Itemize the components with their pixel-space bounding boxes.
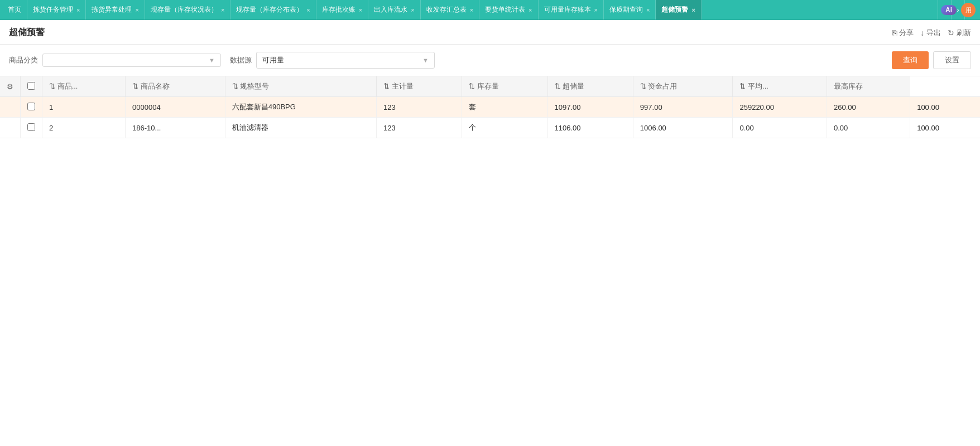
table-container: ⚙ ⇅ 商品... ⇅ 商品名称 ⇅ 规格型号 (0, 76, 980, 138)
col-header-overstock[interactable]: ⇅ 超储量 (547, 76, 633, 97)
category-select[interactable]: ▼ (42, 54, 221, 67)
col-header-product-name-text: 商品名称 (141, 82, 170, 90)
nav-tab-task-mgmt[interactable]: 拣货任务管理 × (27, 0, 86, 20)
row-product-name: 六配套新昌490BPG (225, 97, 376, 118)
table-header-row: ⚙ ⇅ 商品... ⇅ 商品名称 ⇅ 规格型号 (0, 76, 980, 97)
nav-tab-abnormal-close[interactable]: × (135, 7, 138, 13)
query-button[interactable]: 查询 (892, 51, 929, 69)
share-button[interactable]: ⎘ 分享 (892, 28, 914, 38)
row-overstock: 997.00 (633, 97, 733, 118)
col-header-checkbox (21, 76, 42, 97)
nav-tab-available-ledger-close[interactable]: × (594, 7, 598, 13)
col-header-max-inv-text: 最高库存 (834, 82, 863, 90)
nav-tab-abnormal[interactable]: 拣货异常处理 × (86, 0, 145, 20)
col-sort-inventory-icon: ⇅ (469, 82, 477, 90)
header-checkbox[interactable] (27, 82, 35, 90)
nav-tab-batch-ledger-close[interactable]: × (359, 7, 362, 13)
col-header-overstock-text: 超储量 (563, 82, 584, 90)
refresh-button[interactable]: ↻ 刷新 (948, 28, 971, 38)
row-settings-cell (0, 118, 21, 138)
col-sort-unit-icon: ⇅ (383, 82, 392, 90)
row-unit: 个 (462, 118, 547, 138)
col-sort-overstock-icon: ⇅ (555, 82, 563, 90)
refresh-label: 刷新 (957, 28, 971, 38)
col-header-spec-text: 规格型号 (240, 82, 269, 90)
row-spec: 123 (377, 118, 462, 138)
nav-tab-recv-send-close[interactable]: × (470, 7, 473, 13)
nav-tab-inventory-status[interactable]: 现存量（库存状况表） × (145, 0, 230, 20)
filter-actions: 查询 设置 (892, 51, 971, 69)
row-inventory: 1097.00 (547, 97, 633, 118)
nav-tab-inout-flow-close[interactable]: × (411, 7, 414, 13)
datasource-select-arrow: ▼ (422, 57, 429, 64)
nav-tab-quality-check-label: 保质期查询 (609, 5, 643, 14)
col-header-unit[interactable]: ⇅ 主计量 (377, 76, 462, 97)
datasource-filter-label: 数据源 (230, 55, 252, 65)
row-product-code: 0000004 (126, 97, 225, 118)
row-checkbox[interactable] (27, 103, 35, 110)
table-row: 10000004六配套新昌490BPG123套1097.00997.002592… (0, 97, 980, 118)
col-header-inventory-text: 库存量 (477, 82, 499, 90)
col-header-spec[interactable]: ⇅ 规格型号 (225, 76, 376, 97)
row-unit: 套 (462, 97, 547, 118)
row-settings-cell (0, 97, 21, 118)
col-header-max-inv[interactable]: 最高库存 (827, 76, 910, 97)
nav-tab-quality-check[interactable]: 保质期查询 × (604, 0, 656, 20)
nav-tab-inout-flow[interactable]: 出入库流水 × (368, 0, 420, 20)
export-label: 导出 (926, 28, 941, 38)
nav-tab-overstock-warning[interactable]: 超储预警 × (656, 0, 701, 20)
filter-bar: 商品分类 ▼ 数据源 可用量 ▼ 查询 设置 (0, 45, 980, 76)
nav-tab-task-mgmt-close[interactable]: × (76, 7, 80, 13)
nav-tab-order-stat[interactable]: 要货单统计表 × (479, 0, 538, 20)
col-header-product-code-text: 商品... (57, 82, 78, 90)
nav-tab-order-stat-close[interactable]: × (529, 7, 532, 13)
nav-tab-batch-ledger[interactable]: 库存批次账 × (316, 0, 368, 20)
row-index: 2 (42, 118, 126, 138)
datasource-filter-group: 数据源 可用量 ▼ (230, 52, 435, 69)
nav-tab-inventory-status-label: 现存量（库存状况表） (151, 5, 218, 14)
row-product-name: 机油滤清器 (225, 118, 376, 138)
row-product-code: 186-10... (126, 118, 225, 138)
nav-tab-recv-send-label: 收发存汇总表 (426, 5, 467, 14)
col-header-product-name[interactable]: ⇅ 商品名称 (126, 76, 225, 97)
nav-tab-inventory-dist[interactable]: 现存量（库存分布表） × (230, 0, 316, 20)
col-header-avg[interactable]: ⇅ 平均... (733, 76, 827, 97)
nav-tab-inventory-dist-close[interactable]: × (306, 7, 310, 13)
nav-tab-quality-check-close[interactable]: × (646, 7, 650, 13)
col-header-avg-text: 平均... (748, 82, 768, 90)
nav-tab-available-ledger[interactable]: 可用量库存账本 × (539, 0, 604, 20)
row-checkbox[interactable] (27, 123, 35, 131)
nav-tab-inventory-status-close[interactable]: × (221, 7, 224, 13)
row-avg: 0.00 (827, 118, 910, 138)
col-header-product-code[interactable]: ⇅ 商品... (42, 76, 126, 97)
col-header-product-code-label: ⇅ (49, 82, 57, 90)
ai-badge[interactable]: Ai (941, 5, 957, 15)
nav-tab-overstock-warning-close[interactable]: × (691, 7, 695, 13)
nav-tab-home[interactable]: 首页 (2, 0, 27, 20)
col-header-capital[interactable]: ⇅ 资金占用 (633, 76, 733, 97)
nav-tab-batch-ledger-label: 库存批次账 (322, 5, 356, 14)
category-select-arrow: ▼ (209, 57, 215, 64)
category-filter-label: 商品分类 (9, 55, 38, 65)
row-checkbox-cell (21, 118, 42, 138)
nav-tab-inventory-dist-label: 现存量（库存分布表） (236, 5, 303, 14)
nav-tab-recv-send[interactable]: 收发存汇总表 × (421, 0, 479, 20)
table-body: 10000004六配套新昌490BPG123套1097.00997.002592… (0, 97, 980, 138)
settings-button[interactable]: 设置 (933, 51, 971, 69)
nav-tab-task-mgmt-label: 拣货任务管理 (33, 5, 73, 14)
page-header: 超储预警 ⎘ 分享 ↓ 导出 ↻ 刷新 (0, 20, 980, 45)
row-capital: 0.00 (733, 118, 827, 138)
col-header-inventory[interactable]: ⇅ 库存量 (462, 76, 547, 97)
row-inventory: 1106.00 (547, 118, 633, 138)
col-sort-spec-icon: ⇅ (232, 82, 241, 90)
user-avatar[interactable]: 用 (961, 3, 976, 17)
row-max-inv: 100.00 (910, 97, 980, 118)
export-button[interactable]: ↓ 导出 (920, 28, 941, 38)
col-header-capital-text: 资金占用 (648, 82, 677, 90)
col-header-unit-text: 主计量 (392, 82, 414, 90)
datasource-select[interactable]: 可用量 ▼ (256, 52, 435, 69)
page-content: 超储预警 ⎘ 分享 ↓ 导出 ↻ 刷新 商品分类 ▼ 数据源 (0, 20, 980, 446)
gear-icon[interactable]: ⚙ (7, 83, 13, 91)
row-overstock: 1006.00 (633, 118, 733, 138)
page-title: 超储预警 (9, 27, 45, 38)
